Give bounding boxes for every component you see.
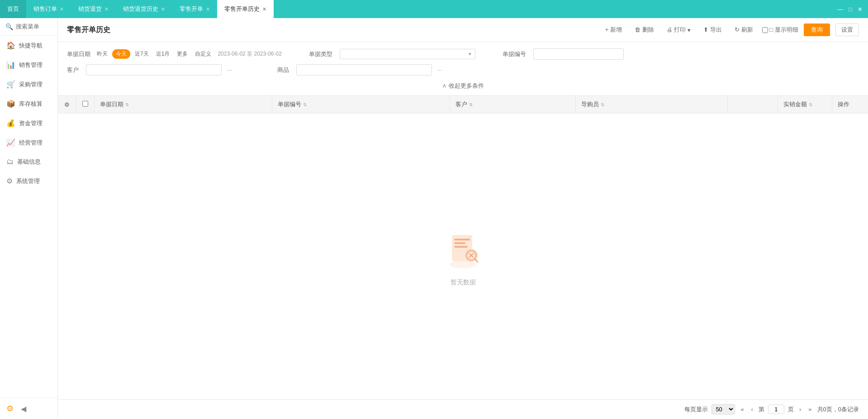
sidebar-search[interactable]: 🔍 搜索菜单: [0, 18, 57, 36]
tab-sales-order[interactable]: 销售订单 ✕: [26, 0, 71, 18]
tab-sales-return-label: 销货退货: [78, 5, 102, 13]
sidebar-item-base-info[interactable]: 🗂 基础信息: [0, 152, 57, 171]
last-page-button[interactable]: »: [806, 405, 813, 414]
date-more-btn[interactable]: 更多: [174, 49, 190, 59]
customer-input[interactable]: [86, 64, 222, 75]
maximize-button[interactable]: □: [849, 6, 852, 13]
col-date-sort[interactable]: 单据日期 ⇅: [100, 100, 266, 108]
select-all-checkbox[interactable]: [82, 101, 88, 107]
number-sort-icon: ⇅: [303, 102, 307, 107]
svg-rect-2: [454, 239, 470, 240]
close-button[interactable]: ✕: [858, 6, 863, 13]
col-operation: 操作: [832, 96, 868, 113]
search-icon: 🔍: [5, 23, 13, 30]
sidebar-bottom: ⚙ ◀: [0, 398, 57, 419]
sidebar-item-inventory[interactable]: 📦 库存核算: [0, 94, 57, 113]
date-label: 单据日期: [67, 50, 90, 58]
minimize-button[interactable]: —: [837, 6, 843, 13]
goods-input[interactable]: [296, 64, 432, 75]
delete-button[interactable]: 🗑 删除: [631, 24, 658, 36]
sidebar-collapse-icon[interactable]: ◀: [21, 405, 26, 413]
tab-sales-order-label: 销售订单: [33, 5, 57, 13]
next-page-button[interactable]: ›: [797, 405, 803, 414]
customer-sort-icon: ⇅: [469, 102, 473, 107]
sidebar-item-operations[interactable]: 📈 经营管理: [0, 133, 57, 152]
sales-mgmt-icon: 📊: [6, 61, 15, 69]
number-input[interactable]: [533, 48, 624, 60]
print-button[interactable]: 🖨 打印 ▾: [663, 24, 695, 36]
refresh-button[interactable]: ↻ 刷新: [731, 24, 757, 36]
page-number-input[interactable]: [768, 405, 784, 414]
sidebar-item-quick-nav[interactable]: 🏠 快捷导航: [0, 36, 57, 55]
base-info-icon: 🗂: [6, 158, 14, 166]
query-button[interactable]: 查询: [804, 24, 830, 36]
tab-retail-open[interactable]: 零售开单 ✕: [172, 0, 217, 18]
sidebar-item-quick-nav-label: 快捷导航: [19, 42, 43, 50]
quick-nav-icon: 🏠: [6, 41, 15, 50]
collapse-button[interactable]: ∧ 收起更多条件: [442, 80, 484, 92]
col-date: 单据日期 ⇅: [94, 96, 272, 113]
tab-sales-return-history[interactable]: 销货退货历史 ✕: [116, 0, 172, 18]
filter-customer: 客户 ···: [67, 64, 232, 75]
col-amount-sort[interactable]: 实销金额 ⇅: [783, 100, 826, 108]
goods-dots[interactable]: ···: [437, 66, 442, 73]
col-number-sort[interactable]: 单据编号 ⇅: [278, 100, 444, 108]
print-arrow: ▾: [688, 27, 691, 33]
sidebar-item-sys-mgmt[interactable]: ⚙ 系统管理: [0, 171, 57, 191]
date-range: 2023-06-02 至 2023-06-02: [218, 50, 281, 58]
sidebar-item-purchase-mgmt[interactable]: 🛒 采购管理: [0, 75, 57, 94]
date-custom-btn[interactable]: 自定义: [192, 49, 214, 59]
sidebar-item-finance[interactable]: 💰 资金管理: [0, 113, 57, 133]
col-number: 单据编号 ⇅: [272, 96, 450, 113]
tab-sales-order-close[interactable]: ✕: [60, 6, 64, 12]
date-yesterday-btn[interactable]: 昨天: [94, 49, 110, 59]
display-detail-checkbox[interactable]: [762, 27, 768, 33]
type-label: 单据类型: [309, 50, 332, 58]
sidebar-item-operations-label: 经营管理: [19, 139, 43, 147]
sidebar-search-label: 搜索菜单: [16, 23, 39, 31]
tab-sales-return-close[interactable]: ✕: [104, 6, 109, 12]
sidebar-item-sys-mgmt-label: 系统管理: [16, 177, 40, 185]
type-select[interactable]: ▾: [340, 49, 475, 59]
col-customer-sort[interactable]: 客户 ⇅: [455, 100, 570, 108]
col-guide-sort[interactable]: 导购员 ⇅: [581, 100, 722, 108]
customer-label: 客户: [67, 66, 79, 74]
total-label: 共0页，0条记录: [817, 405, 859, 414]
sidebar-item-inventory-label: 库存核算: [19, 100, 43, 108]
export-button[interactable]: ⬆ 导出: [700, 24, 726, 36]
collapse-row: ∧ 收起更多条件: [67, 80, 859, 92]
add-button[interactable]: + 新增: [602, 24, 626, 36]
settings-button[interactable]: 设置: [835, 24, 859, 36]
date-7days-btn[interactable]: 近7天: [132, 49, 152, 59]
tab-sales-return[interactable]: 销货退货 ✕: [71, 0, 116, 18]
sys-mgmt-icon: ⚙: [6, 177, 13, 185]
first-page-button[interactable]: «: [739, 405, 745, 414]
date-1month-btn[interactable]: 近1月: [153, 49, 173, 59]
tab-home-label: 首页: [7, 5, 19, 13]
per-page-select[interactable]: 50 10 20 100: [711, 404, 735, 414]
prev-page-button[interactable]: ‹: [749, 405, 755, 414]
date-today-btn[interactable]: 今天: [112, 49, 130, 59]
customer-dots[interactable]: ···: [227, 66, 232, 73]
tab-home[interactable]: 首页: [0, 0, 26, 18]
svg-rect-3: [454, 242, 465, 244]
sidebar-item-base-info-label: 基础信息: [17, 158, 41, 166]
tab-retail-open-close[interactable]: ✕: [206, 6, 210, 12]
date-buttons: 昨天 今天 近7天 近1月 更多 自定义: [94, 49, 214, 59]
tab-retail-open-history[interactable]: 零售开单历史 ✕: [217, 0, 274, 18]
main-layout: 🔍 搜索菜单 🏠 快捷导航 📊 销售管理 🛒 采购管理 📦 库存核算 💰 资金管…: [0, 18, 868, 419]
sidebar-item-sales-mgmt[interactable]: 📊 销售管理: [0, 55, 57, 75]
sidebar-settings-icon[interactable]: ⚙: [6, 404, 14, 414]
tab-sales-return-history-close[interactable]: ✕: [161, 6, 165, 12]
empty-icon: [441, 226, 486, 271]
goods-label: 商品: [277, 66, 289, 74]
tab-sales-return-history-label: 销货退货历史: [123, 5, 158, 13]
svg-rect-4: [454, 246, 468, 248]
content-area: 零售开单历史 + 新增 🗑 删除 🖨 打印 ▾ ⬆ 导出 ↻ 刷新 □ 显示明细…: [58, 18, 868, 419]
page-suffix: 页: [788, 405, 794, 414]
nav-tabs: 首页 销售订单 ✕ 销货退货 ✕ 销货退货历史 ✕ 零售开单 ✕ 零售开单历史 …: [0, 0, 832, 18]
operations-icon: 📈: [6, 138, 15, 147]
table-settings-icon[interactable]: ⚙: [64, 101, 70, 108]
tab-retail-open-history-close[interactable]: ✕: [262, 6, 266, 12]
display-detail-label[interactable]: □ 显示明细: [762, 26, 798, 34]
